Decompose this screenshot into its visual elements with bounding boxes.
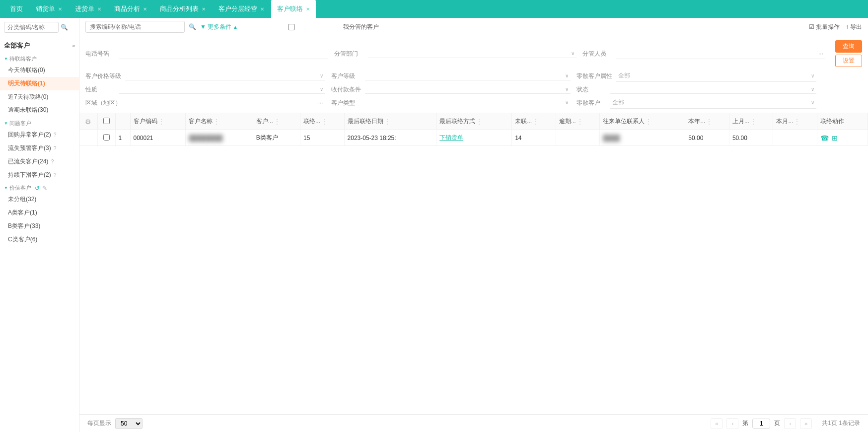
sidebar-item-declining[interactable]: 持续下滑客户(2) ? <box>0 168 79 182</box>
col-resize-name[interactable]: ⋮ <box>214 118 216 125</box>
my-customers-filter[interactable]: 我分管的客户 <box>242 23 379 31</box>
nav-product-analysis[interactable]: 商品分析 ✕ <box>108 0 153 18</box>
batch-ops-btn[interactable]: ☑ 批量操作 <box>809 23 840 31</box>
sidebar-item-overdue-pending[interactable]: 逾期未联络(30) <box>0 103 79 117</box>
sidebar-search-input[interactable] <box>4 22 59 33</box>
page-prev-btn[interactable]: ‹ <box>726 418 738 429</box>
page-next-btn[interactable]: › <box>784 418 796 429</box>
sidebar-item-week-pending[interactable]: 近7天待联络(0) <box>0 90 79 104</box>
col-resize-un-contacted[interactable]: ⋮ <box>533 118 535 125</box>
col-resize-type[interactable]: ⋮ <box>274 118 276 125</box>
filter-region: 区域（地区） ··· <box>85 98 325 108</box>
sidebar-all-customers[interactable]: 全部客户 « <box>0 37 79 52</box>
th-current-year[interactable]: 本年... ⋮ <box>685 113 729 130</box>
filter-customer-type: 客户类型 ∨ <box>331 98 571 107</box>
th-customer-code[interactable]: 客户编码 ⋮ <box>130 113 186 130</box>
unit-contact-blurred: ████ <box>603 135 620 142</box>
action-phone-icon[interactable]: ☎ <box>820 134 829 142</box>
filter-nature: 性质 ∨ <box>85 85 325 94</box>
sidebar-item-churned[interactable]: 已流失客户(24) ? <box>0 155 79 168</box>
th-customer-type[interactable]: 客户... ⋮ <box>253 113 300 130</box>
filter-scatter-attr-label: 零散客户属性 <box>577 72 612 80</box>
filter-phone-input[interactable] <box>119 49 328 59</box>
filter-status-select[interactable]: ∨ <box>610 85 816 94</box>
col-resize-overdue[interactable]: ⋮ <box>577 118 579 125</box>
nav-customer-layered-close[interactable]: ✕ <box>260 6 264 12</box>
search-input[interactable] <box>85 21 185 33</box>
sidebar-group-pending: ▼ 待联络客户 <box>0 52 79 64</box>
th-current-month[interactable]: 本月... ⋮ <box>773 113 817 130</box>
last-contact-method-link[interactable]: 下销货单 <box>439 134 463 141</box>
export-btn[interactable]: ↑ 导出 <box>846 23 862 31</box>
col-resize-code[interactable]: ⋮ <box>158 118 160 125</box>
filter-dept: 分管部门 ∨ <box>334 49 577 58</box>
th-overdue[interactable]: 逾期... ⋮ <box>556 113 600 130</box>
th-last-month[interactable]: 上月... ⋮ <box>729 113 773 130</box>
th-row-num <box>115 113 130 130</box>
nav-product-analysis-list-close[interactable]: ✕ <box>202 6 206 12</box>
nav-purchase[interactable]: 进货单 ✕ <box>69 0 107 18</box>
sidebar-search-icon[interactable]: 🔍 <box>61 24 68 31</box>
triangle-icon-3: ▼ <box>4 186 8 190</box>
page-number-input[interactable] <box>752 419 770 429</box>
filter-search-icon[interactable]: 🔍 <box>189 23 196 30</box>
nav-sales[interactable]: 销货单 ✕ <box>30 0 68 18</box>
sidebar-item-type-c[interactable]: C类客户(6) <box>0 233 79 246</box>
action-more-icon[interactable]: ⊞ <box>832 134 838 142</box>
filter-price-level-select[interactable]: ∨ <box>125 72 325 80</box>
th-contact-num[interactable]: 联络... ⋮ <box>300 113 344 130</box>
query-button[interactable]: 查询 <box>835 40 862 53</box>
nav-sales-close[interactable]: ✕ <box>58 6 62 12</box>
nav-customer-contact[interactable]: 客户联络 ✕ <box>271 0 316 18</box>
col-resize-method[interactable]: ⋮ <box>476 118 478 125</box>
nav-customer-layered[interactable]: 客户分层经营 ✕ <box>213 0 270 18</box>
col-resize-year[interactable]: ⋮ <box>706 118 708 125</box>
filter-manager-input[interactable]: ··· <box>616 49 825 59</box>
my-customers-checkbox[interactable] <box>242 24 341 30</box>
row-checkbox[interactable] <box>103 134 110 141</box>
nav-product-analysis-list[interactable]: 商品分析列表 ✕ <box>154 0 212 18</box>
filter-dept-select[interactable]: ∨ <box>368 49 577 58</box>
page-first-btn[interactable]: « <box>711 418 723 429</box>
per-page-select[interactable]: 50 100 200 <box>115 418 143 429</box>
nav-home[interactable]: 首页 <box>4 0 29 18</box>
th-customer-name[interactable]: 客户名称 ⋮ <box>186 113 253 130</box>
filter-scatter-attr-select[interactable]: 全部 ∨ <box>616 70 816 82</box>
sidebar-item-churn-warning[interactable]: 流失预警客户(3) ? <box>0 142 79 155</box>
nav-product-analysis-close[interactable]: ✕ <box>143 6 147 12</box>
settings-button[interactable]: 设置 <box>835 55 862 67</box>
gear-icon[interactable]: ⚙ <box>85 118 91 126</box>
filter-customer-level-select[interactable]: ∨ <box>365 72 571 80</box>
col-resize-unit[interactable]: ⋮ <box>646 118 648 125</box>
td-gear <box>79 130 97 146</box>
nav-customer-contact-close[interactable]: ✕ <box>306 6 310 12</box>
row-action-icons: ☎ ⊞ <box>820 134 865 142</box>
sidebar-item-type-a[interactable]: A类客户(1) <box>0 206 79 219</box>
col-resize-cur-month[interactable]: ⋮ <box>794 118 796 125</box>
th-last-contact-method[interactable]: 最后联络方式 ⋮ <box>436 113 512 130</box>
col-resize-last-month[interactable]: ⋮ <box>750 118 752 125</box>
page-last-btn[interactable]: » <box>800 418 812 429</box>
sidebar-item-type-b[interactable]: B类客户(33) <box>0 219 79 233</box>
nav-purchase-close[interactable]: ✕ <box>97 6 101 12</box>
td-contact-action: ☎ ⊞ <box>817 130 868 146</box>
filter-nature-select[interactable]: ∨ <box>119 85 325 94</box>
sidebar-collapse-icon: « <box>72 43 75 49</box>
th-unit-contact[interactable]: 往来单位联系人 ⋮ <box>600 113 685 130</box>
select-all-checkbox[interactable] <box>103 118 110 124</box>
sidebar-item-ungrouped[interactable]: 未分组(32) <box>0 193 79 206</box>
filter-scatter-customer-select[interactable]: 全部 ∨ <box>610 97 816 109</box>
col-resize-contact-num[interactable]: ⋮ <box>321 118 323 125</box>
filter-region-input[interactable]: ··· <box>125 98 325 108</box>
adv-filter-row-2: 客户价格等级 ∨ 客户等级 ∨ 零散客户属性 全部 <box>85 70 862 82</box>
more-conditions-btn[interactable]: ▼ 更多条件 ▲ <box>200 23 238 31</box>
filter-customer-type-select[interactable]: ∨ <box>365 98 571 107</box>
sidebar-item-tomorrow-pending[interactable]: 明天待联络(1) <box>0 77 79 90</box>
sidebar-item-repurchase-abnormal[interactable]: 回购异常客户(2) ? <box>0 128 79 142</box>
filter-payment-terms-select[interactable]: ∨ <box>365 85 571 94</box>
sidebar-item-today-pending[interactable]: 今天待联络(0) <box>0 64 79 77</box>
th-un-contacted[interactable]: 未联... ⋮ <box>512 113 556 130</box>
col-resize-date[interactable]: ⋮ <box>384 118 386 125</box>
triangle-icon: ▼ <box>4 57 8 61</box>
th-last-contact-date[interactable]: 最后联络日期 ⋮ <box>344 113 436 130</box>
